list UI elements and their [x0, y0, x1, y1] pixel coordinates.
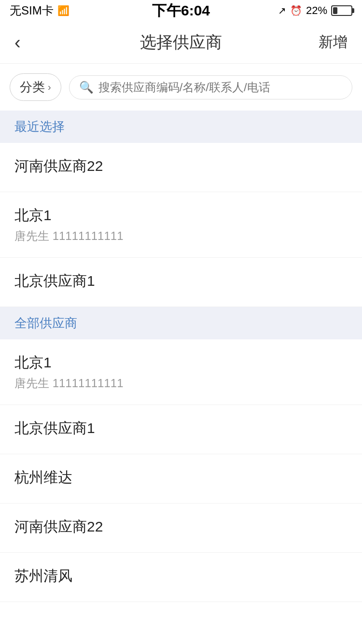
page-title: 选择供应商 [140, 31, 222, 54]
chevron-right-icon: › [48, 82, 51, 93]
item-name: 河南供应商22 [14, 517, 348, 537]
back-button[interactable]: ‹ [14, 33, 21, 52]
list-item[interactable]: 杭州维达 [0, 454, 362, 504]
recent-section-header: 最近选择 [0, 111, 362, 143]
category-button[interactable]: 分类 › [10, 73, 61, 101]
list-item[interactable]: 北京供应商1 [0, 258, 362, 307]
item-name: 北京供应商1 [14, 419, 348, 438]
search-input[interactable] [98, 81, 342, 94]
item-name: 杭州维达 [14, 468, 348, 488]
item-sub: 唐先生 11111111111 [14, 228, 348, 244]
search-icon: 🔍 [79, 81, 94, 94]
all-suppliers-list: 北京1唐先生 11111111111北京供应商1杭州维达河南供应商22苏州清风 [0, 339, 362, 602]
category-label: 分类 [20, 79, 45, 96]
item-name: 河南供应商22 [14, 156, 348, 176]
search-box[interactable]: 🔍 [69, 75, 352, 99]
alarm-icon: ⏰ [290, 5, 302, 16]
wifi-icon: 📶 [57, 5, 70, 16]
recent-list: 河南供应商22北京1唐先生 11111111111北京供应商1 [0, 143, 362, 307]
status-time: 下午6:04 [152, 1, 210, 21]
add-button[interactable]: 新增 [319, 32, 348, 52]
status-right: ↗ ⏰ 22% [278, 4, 352, 17]
battery-icon [331, 5, 352, 16]
battery-percent: 22% [306, 4, 327, 17]
carrier-text: 无SIM卡 [10, 3, 54, 18]
all-section-header: 全部供应商 [0, 307, 362, 339]
item-name: 北京供应商1 [14, 271, 348, 291]
item-name: 北京1 [14, 353, 348, 373]
list-item[interactable]: 河南供应商22 [0, 143, 362, 192]
nav-bar: ‹ 选择供应商 新增 [0, 21, 362, 64]
status-left: 无SIM卡 📶 [10, 3, 70, 18]
list-item[interactable]: 苏州清风 [0, 553, 362, 602]
item-sub: 唐先生 11111111111 [14, 376, 348, 391]
list-item[interactable]: 北京供应商1 [0, 405, 362, 454]
list-item[interactable]: 河南供应商22 [0, 504, 362, 553]
list-item[interactable]: 北京1唐先生 11111111111 [0, 339, 362, 405]
item-name: 北京1 [14, 206, 348, 225]
item-name: 苏州清风 [14, 566, 348, 586]
list-item[interactable]: 北京1唐先生 11111111111 [0, 192, 362, 258]
battery-fill [333, 7, 337, 14]
status-bar: 无SIM卡 📶 下午6:04 ↗ ⏰ 22% [0, 0, 362, 21]
filter-bar: 分类 › 🔍 [0, 64, 362, 111]
location-icon: ↗ [278, 5, 286, 16]
